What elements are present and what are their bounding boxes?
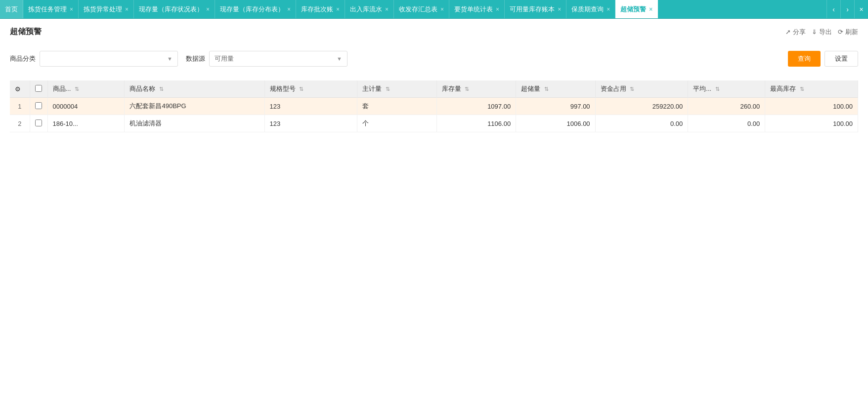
sort-icon: ⇅ [630, 86, 634, 92]
close-icon[interactable]: × [125, 6, 129, 13]
column-gear[interactable]: ⚙ [10, 80, 30, 98]
category-label: 商品分类 [10, 54, 36, 63]
nav-tab-summary[interactable]: 收发存汇总表 × [394, 0, 449, 19]
cell-code: 186-10... [47, 115, 125, 132]
chevron-left-icon: ‹ [832, 5, 835, 13]
cell-name: 六配套新昌490BPG [125, 98, 264, 115]
nav-tab-label: 超储预警 [620, 5, 646, 14]
data-table: ⚙ 商品... ⇅ 商品名称 ⇅ 规格型号 ⇅ 主计量 [10, 80, 858, 132]
nav-tab-available-stock[interactable]: 可用量库存账本 × [505, 0, 566, 19]
close-icon[interactable]: × [649, 6, 652, 13]
close-all-icon: × [859, 5, 863, 13]
header-actions: ➚ 分享 ⇓ 导出 ⟳ 刷新 [785, 28, 858, 37]
column-unit[interactable]: 主计量 ⇅ [357, 80, 436, 98]
filter-actions: 查询 设置 [788, 51, 858, 67]
cell-name: 机油滤清器 [125, 115, 264, 132]
nav-tab-label: 首页 [5, 5, 18, 14]
export-button[interactable]: ⇓ 导出 [812, 28, 832, 37]
sort-icon: ⇅ [386, 86, 390, 92]
sort-icon: ⇅ [299, 86, 304, 92]
close-icon[interactable]: × [558, 6, 561, 13]
close-icon[interactable]: × [607, 6, 610, 13]
close-icon[interactable]: × [496, 6, 499, 13]
row-checkbox[interactable] [35, 102, 42, 109]
nav-arrows: ‹ › × [826, 0, 868, 19]
filter-bar: 商品分类 ▼ 数据源 可用量 ▼ 查询 设置 [10, 45, 858, 73]
cell-capital: 0.00 [595, 115, 688, 132]
column-avgprice[interactable]: 平均... ⇅ [688, 80, 765, 98]
nav-tab-in-out-flow[interactable]: 出入库流水 × [345, 0, 394, 19]
settings-button[interactable]: 设置 [825, 51, 858, 67]
nav-tab-label: 拣货异常处理 [84, 5, 122, 14]
sort-icon: ⇅ [159, 86, 164, 92]
refresh-button[interactable]: ⟳ 刷新 [838, 28, 858, 37]
cell-capital: 259220.00 [595, 98, 688, 115]
cell-maxstock: 100.00 [765, 115, 858, 132]
close-icon[interactable]: × [336, 6, 340, 13]
nav-tab-label: 拣货任务管理 [28, 5, 67, 14]
chevron-down-icon: ▼ [337, 56, 342, 62]
sort-icon: ⇅ [465, 86, 469, 92]
sort-icon: ⇅ [544, 86, 549, 92]
select-all-checkbox[interactable] [35, 85, 42, 92]
column-name[interactable]: 商品名称 ⇅ [125, 80, 264, 98]
column-maxstock[interactable]: 最高库存 ⇅ [765, 80, 858, 98]
column-spec[interactable]: 规格型号 ⇅ [264, 80, 357, 98]
category-select[interactable]: ▼ [40, 51, 178, 67]
nav-tab-label: 现存量（库存状况表） [139, 5, 203, 14]
datasource-select-value: 可用量 [215, 54, 234, 63]
share-button[interactable]: ➚ 分享 [785, 28, 806, 37]
column-overstock[interactable]: 超储量 ⇅ [516, 80, 595, 98]
nav-tab-order-stats[interactable]: 要货单统计表 × [449, 0, 505, 19]
column-capital[interactable]: 资金占用 ⇅ [595, 80, 688, 98]
cell-unit: 个 [357, 115, 436, 132]
column-code[interactable]: 商品... ⇅ [47, 80, 125, 98]
sort-icon: ⇅ [800, 86, 804, 92]
cell-checkbox[interactable] [30, 98, 47, 115]
nav-tab-inventory-status[interactable]: 现存量（库存状况表） × [134, 0, 215, 19]
datasource-label: 数据源 [186, 54, 205, 63]
nav-tab-pick-task[interactable]: 拣货任务管理 × [23, 0, 79, 19]
gear-icon: ⚙ [15, 85, 21, 93]
cell-overstock: 997.00 [516, 98, 595, 115]
close-icon[interactable]: × [385, 6, 389, 13]
close-icon[interactable]: × [287, 6, 291, 13]
chevron-down-icon: ▼ [167, 56, 173, 62]
close-icon[interactable]: × [70, 6, 73, 13]
nav-tab-home[interactable]: 首页 [0, 0, 23, 19]
column-select-all[interactable] [30, 80, 47, 98]
nav-tab-label: 可用量库存账本 [510, 5, 555, 14]
nav-tab-label: 要货单统计表 [454, 5, 493, 14]
cell-spec: 123 [264, 115, 357, 132]
cell-index: 2 [10, 115, 30, 132]
cell-avgprice: 260.00 [688, 98, 765, 115]
nav-tab-batch-account[interactable]: 库存批次账 × [296, 0, 345, 19]
column-stock[interactable]: 库存量 ⇅ [436, 80, 516, 98]
nav-tab-expiry-query[interactable]: 保质期查询 × [566, 0, 615, 19]
table-row: 1 0000004 六配套新昌490BPG 123 套 1097.00 997.… [10, 98, 858, 115]
top-nav: 首页 拣货任务管理 × 拣货异常处理 × 现存量（库存状况表） × 现存量（库存… [0, 0, 868, 19]
close-icon[interactable]: × [206, 6, 210, 13]
nav-prev-button[interactable]: ‹ [826, 0, 840, 19]
cell-overstock: 1006.00 [516, 115, 595, 132]
cell-stock: 1097.00 [436, 98, 516, 115]
datasource-select[interactable]: 可用量 ▼ [209, 51, 347, 67]
sort-icon: ⇅ [75, 86, 79, 92]
close-icon[interactable]: × [440, 6, 444, 13]
share-icon: ➚ [785, 28, 791, 36]
nav-tab-pick-exception[interactable]: 拣货异常处理 × [79, 0, 134, 19]
query-button[interactable]: 查询 [788, 51, 821, 67]
nav-next-button[interactable]: › [840, 0, 854, 19]
nav-tab-inventory-dist[interactable]: 现存量（库存分布表） × [215, 0, 296, 19]
cell-checkbox[interactable] [30, 115, 47, 132]
refresh-icon: ⟳ [838, 28, 843, 36]
nav-tab-label: 保质期查询 [571, 5, 604, 14]
page-title: 超储预警 [10, 27, 42, 37]
row-checkbox[interactable] [35, 119, 42, 126]
cell-stock: 1106.00 [436, 115, 516, 132]
nav-tab-overstock[interactable]: 超储预警 × [615, 0, 658, 19]
datasource-filter-group: 数据源 可用量 ▼ [186, 51, 347, 67]
nav-tab-label: 库存批次账 [301, 5, 333, 14]
cell-code: 0000004 [47, 98, 125, 115]
nav-close-all-button[interactable]: × [854, 0, 868, 19]
